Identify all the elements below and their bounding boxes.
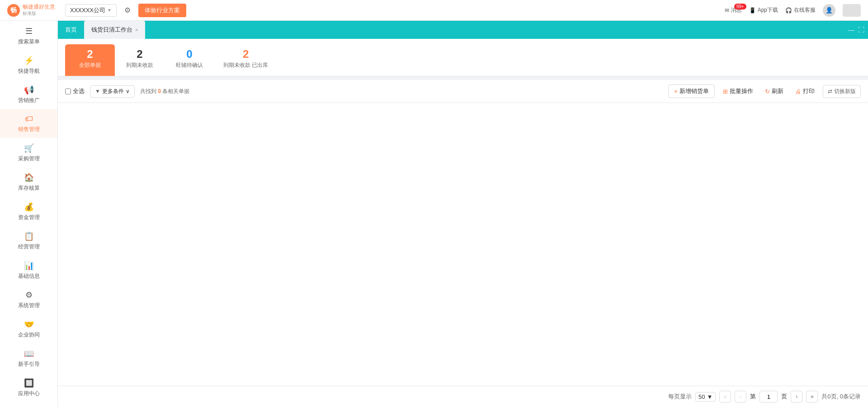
app-download-button[interactable]: 📱 App下载 (749, 6, 778, 14)
tab-home[interactable]: 首页 (58, 21, 84, 39)
batch-icon: ⊞ (723, 88, 728, 95)
switch-version-button[interactable]: ⇄ 切换新版 (823, 85, 861, 98)
prev-page-button[interactable]: ‹ (735, 391, 746, 402)
sidebar-item-guide[interactable]: 📖 新手引导 (0, 343, 57, 373)
page-size-arrow: ▼ (707, 393, 712, 400)
page-size-label: 每页显示 (668, 393, 692, 401)
message-badge: 99+ (734, 4, 746, 9)
appstore-icon: 🔲 (24, 378, 34, 388)
sidebar-item-wechat[interactable]: 💬 企业微信 (0, 402, 57, 407)
sidebar-item-basic[interactable]: 📊 基础信息 (0, 255, 57, 285)
sidebar-item-label: 经营管理 (18, 243, 40, 251)
sidebar-item-label: 快捷导航 (18, 67, 40, 75)
filter-dropdown-icon: ∨ (126, 88, 130, 94)
select-all-checkbox[interactable]: 全选 (65, 87, 85, 95)
sidebar-item-label: 资金管理 (18, 214, 40, 221)
avatar[interactable]: 👤 (823, 4, 835, 17)
user-extra (843, 4, 861, 17)
tab-window-controls: — ⛶ (848, 26, 868, 33)
online-service-button[interactable]: 🎧 在线客服 (785, 6, 816, 14)
system-icon: ⚙ (25, 290, 33, 300)
sidebar-item-system[interactable]: ⚙ 系统管理 (0, 285, 57, 314)
table-empty (58, 103, 868, 284)
found-count: 0 (158, 88, 161, 94)
sidebar-item-marketing[interactable]: 📢 营销推广 (0, 80, 57, 109)
refresh-icon: ↻ (765, 88, 770, 95)
sidebar-item-label: 采购管理 (18, 155, 40, 163)
add-order-button[interactable]: + 新增销货单 (668, 84, 715, 98)
print-button[interactable]: 🖨 打印 (792, 85, 818, 97)
window-minimize-button[interactable]: — (848, 26, 854, 33)
settings-button[interactable]: ⚙ (120, 3, 135, 18)
sidebar-item-label: 基础信息 (18, 272, 40, 280)
top-header: 畅 畅捷通好生意 标准版 XXXXXX公司 ▼ ⚙ 体验行业方案 ✉ 消息 99… (0, 0, 868, 21)
sidebar-item-sales[interactable]: 🏷 销售管理 (0, 109, 57, 138)
sidebar-item-shortcut[interactable]: ⚡ 快捷导航 (0, 50, 57, 80)
stat-tab-overdue[interactable]: 2 到期未收款 (115, 44, 165, 76)
page-number-input[interactable] (760, 391, 778, 402)
tab-workbench[interactable]: 钱货日清工作台 × (84, 21, 145, 39)
found-text: 共找到 0 条相关单据 (140, 88, 189, 95)
stat-tab-all[interactable]: 2 全部单据 (65, 44, 115, 76)
management-icon: 📋 (24, 231, 34, 241)
sales-icon: 🏷 (25, 114, 33, 124)
switch-icon: ⇄ (828, 88, 832, 94)
toolbar: 全选 ▼ 更多条件 ∨ 共找到 0 条相关单据 + 新增销货单 (58, 80, 868, 103)
filter-button[interactable]: ▼ 更多条件 ∨ (90, 85, 135, 98)
batch-operate-button[interactable]: ⊞ 批量操作 (719, 85, 757, 97)
download-icon: 📱 (749, 7, 756, 14)
tab-bar: 首页 钱货日清工作台 × — ⛶ (58, 21, 868, 39)
print-icon: 🖨 (795, 88, 801, 95)
stat-tab-shipped[interactable]: 2 到期未收款 已出库 (214, 44, 277, 76)
refresh-button[interactable]: ↻ 刷新 (761, 85, 787, 97)
stat-num-all: 2 (74, 48, 106, 61)
logo-sub: 标准版 (23, 10, 55, 17)
main-content: 首页 钱货日清工作台 × — ⛶ 2 全部单据 2 到期未收款 (58, 21, 868, 407)
guide-icon: 📖 (24, 349, 34, 359)
avatar-icon: 👤 (826, 7, 833, 14)
sidebar-item-search[interactable]: ☰ 搜索菜单 (0, 21, 57, 50)
sidebar-item-label: 新手引导 (18, 360, 40, 368)
sidebar-item-label: 搜索菜单 (18, 38, 40, 46)
logo-name: 畅捷通好生意 (23, 4, 55, 11)
inventory-icon: 🏠 (24, 173, 34, 182)
message-button[interactable]: ✉ 消息 99+ (725, 6, 742, 14)
basic-icon: 📊 (24, 261, 34, 271)
toolbar-right: + 新增销货单 ⊞ 批量操作 ↻ 刷新 🖨 打印 (668, 84, 861, 98)
page-size-select[interactable]: 50 ▼ (695, 392, 716, 402)
sidebar-item-inventory[interactable]: 🏠 库存核算 (0, 167, 57, 196)
first-page-button[interactable]: « (719, 391, 731, 402)
sidebar-item-appstore[interactable]: 🔲 应用中心 (0, 373, 57, 402)
logo-icon: 畅 (7, 4, 20, 17)
sidebar-item-purchase[interactable]: 🛒 采购管理 (0, 138, 57, 167)
marketing-icon: 📢 (24, 85, 34, 95)
sidebar-item-label: 库存核算 (18, 184, 40, 192)
window-maximize-button[interactable]: ⛶ (858, 26, 864, 33)
sidebar-item-label: 销售管理 (18, 126, 40, 133)
stat-label-overdue: 到期未收款 (124, 61, 156, 69)
next-page-button[interactable]: › (791, 391, 802, 402)
logo-area: 畅 畅捷通好生意 标准版 (7, 4, 65, 17)
filter-icon: ▼ (95, 88, 100, 94)
sidebar-item-management[interactable]: 📋 经营管理 (0, 226, 57, 255)
sidebar-item-finance[interactable]: 💰 资金管理 (0, 196, 57, 226)
company-selector[interactable]: XXXXXX公司 ▼ (65, 4, 117, 17)
page-total: 共0页, 0条记录 (821, 393, 861, 401)
enterprise-icon: 🤝 (24, 319, 34, 329)
sidebar-item-label: 系统管理 (18, 302, 40, 309)
stat-num-wangfu: 0 (174, 48, 205, 61)
stat-tab-wangfu[interactable]: 0 旺辅待确认 (165, 44, 214, 76)
message-icon: ✉ (725, 7, 729, 14)
company-name: XXXXXX公司 (70, 6, 105, 14)
sidebar-item-label: 应用中心 (18, 390, 40, 398)
sidebar-item-enterprise[interactable]: 🤝 企业协同 (0, 314, 57, 343)
sidebar-item-label: 企业协同 (18, 331, 40, 339)
stat-num-shipped: 2 (223, 48, 268, 61)
pagination-bar: 每页显示 50 ▼ « ‹ 第 页 › » 共0页, 0条记录 (58, 386, 868, 407)
tab-close-button[interactable]: × (135, 27, 138, 33)
last-page-button[interactable]: » (806, 391, 818, 402)
page-area: 2 全部单据 2 到期未收款 0 旺辅待确认 2 到期未收款 已出库 (58, 39, 868, 407)
plus-icon: + (674, 88, 678, 95)
checkbox-input[interactable] (65, 89, 71, 94)
trial-button[interactable]: 体验行业方案 (138, 4, 186, 17)
